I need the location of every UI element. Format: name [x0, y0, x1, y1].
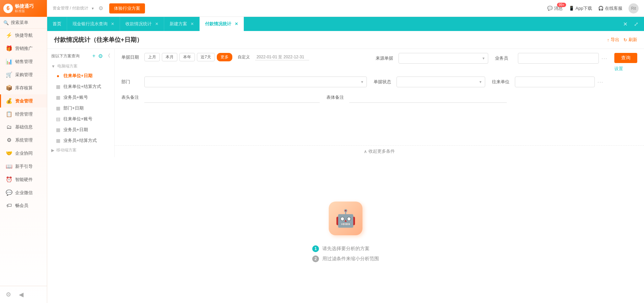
panel-header-label: 按以下方案查询 [51, 53, 80, 59]
app-download-btn[interactable]: 📱 App下载 [569, 5, 592, 11]
footer-settings-btn[interactable]: ⚙ [3, 290, 13, 300]
money-icon: 💰 [6, 98, 12, 104]
tab-expand-btn[interactable]: ⤢ [631, 19, 641, 29]
footer-collapse-btn[interactable]: ◀ [16, 290, 26, 300]
sidebar-item-hardware[interactable]: ⏰ 智能硬件 [0, 173, 47, 186]
partner-dots[interactable]: ··· [597, 79, 604, 85]
hint-item-2: 2 用过滤条件来缩小分析范围 [312, 255, 379, 262]
app-label: App下载 [576, 5, 592, 11]
sidebar-item-purchase[interactable]: 🛒 采购管理 [0, 68, 47, 81]
filter-form-wrapper: 单据日期 上月 本月 本年 近7天 更多 自定义 [115, 49, 644, 157]
sidebar-item-label: 采购管理 [15, 72, 33, 78]
message-btn[interactable]: 💬 消息 99+ [547, 5, 563, 11]
filter-date-item: 单据日期 上月 本月 本年 近7天 更多 自定义 [121, 53, 369, 61]
panel-collapse-icon[interactable]: 《 [106, 53, 110, 59]
settings-link[interactable]: 设置 [614, 66, 623, 72]
panel-settings-icon[interactable]: ⚙ [98, 53, 103, 59]
sidebar-item-label: 库存核算 [15, 85, 33, 91]
sidebar-item-wechat[interactable]: 💬 企业微信 [0, 186, 47, 199]
date-btn-last-month[interactable]: 上月 [144, 53, 160, 61]
chart-icon: 📊 [6, 58, 12, 65]
page-title-actions: ↑ 导出 ↻ 刷新 [607, 37, 638, 43]
sidebar-item-finance[interactable]: 💰 资金管理 [0, 94, 47, 108]
salesman-select[interactable] [518, 53, 599, 64]
collapse-bar[interactable]: ∧ 收起更多条件 [115, 145, 644, 157]
panel-item-label: 往来单位+结算方式 [63, 84, 101, 90]
tab-close-icon[interactable]: ✕ [235, 22, 238, 26]
box-icon: 📦 [6, 85, 12, 91]
chevron-up-icon: ∧ [364, 149, 367, 154]
panel-item-label: 业务员+日期 [63, 127, 88, 133]
date-btn-custom[interactable]: 自定义 [234, 53, 253, 61]
online-service-btn[interactable]: 🎧 在线客服 [598, 5, 622, 11]
sidebar-item-marketing[interactable]: 🎁 营销推广 [0, 42, 47, 55]
tab-close-icon[interactable]: ✕ [191, 22, 194, 26]
sidebar-item-member[interactable]: 🏷 畅会员 [0, 199, 47, 212]
salesman-label: 业务员 [495, 55, 515, 61]
panel-section-desktop[interactable]: ▼ 电脑端方案 [47, 62, 114, 70]
empty-hints: 1 请先选择要分析的方案 2 用过滤条件来缩小分析范围 [312, 245, 379, 262]
note-header-input[interactable] [144, 92, 320, 103]
tab-close-icon[interactable]: ✕ [111, 22, 114, 26]
dropdown-icon[interactable]: ▾ [92, 6, 94, 11]
sidebar-footer: ⚙ ◀ [0, 286, 47, 303]
panel-item-dept-date[interactable]: ▦ 部门+日期 [47, 103, 114, 114]
panel-item-salesman-settlement[interactable]: ▦ 业务员+结算方式 [47, 135, 114, 146]
section-label-mobile: 移动端方案 [56, 147, 77, 153]
date-btn-7days[interactable]: 近7天 [197, 53, 215, 61]
avatar[interactable]: Rit [628, 3, 639, 13]
panel-item-partner-settlement[interactable]: ▦ 往来单位+结算方式 [47, 81, 114, 92]
filter-actions: 查询 设置 [614, 53, 637, 72]
sidebar-item-operation[interactable]: 📋 经营管理 [0, 108, 47, 121]
refresh-btn[interactable]: ↻ 刷新 [623, 37, 637, 43]
chevron-down-icon: ▾ [361, 80, 363, 84]
panel-item-salesman-account[interactable]: ▦ 业务员+账号 [47, 92, 114, 103]
header-settings-icon[interactable]: ⚙ [98, 5, 103, 11]
tab-close-all-btn[interactable]: ✕ [620, 19, 630, 29]
sidebar-item-quick-nav[interactable]: ⚡ 快捷导航 [0, 29, 47, 42]
date-range-input[interactable] [255, 54, 309, 60]
query-btn[interactable]: 查询 [614, 53, 637, 63]
salesman-dots[interactable]: ··· [602, 56, 608, 61]
grid-icon: ▦ [55, 95, 61, 100]
tab-bank-flow[interactable]: 现金银行流水查询 ✕ [67, 17, 120, 31]
settings-nav-icon: ⚙ [6, 137, 12, 143]
source-select[interactable]: ▾ [399, 53, 488, 64]
date-btn-more[interactable]: 更多 [217, 53, 232, 61]
logo-title: 畅捷通巧 [15, 3, 34, 9]
panel-section-mobile[interactable]: ▶ 移动端方案 [47, 146, 114, 154]
panel-item-partner-account[interactable]: ▤ 往来单位+账号 [47, 114, 114, 124]
panel-item-label: 业务员+账号 [63, 94, 88, 100]
sidebar-item-basic[interactable]: 🗂 基础信息 [0, 121, 47, 133]
panel-add-icon[interactable]: + [92, 53, 95, 59]
trial-btn[interactable]: 体验行业方案 [109, 3, 145, 13]
panel-item-partner-date[interactable]: ● 往来单位+日期 [47, 70, 114, 81]
sidebar-item-label: 企业协同 [15, 150, 33, 156]
filter-row-2: 部门 ▾ 单据状态 ▾ [121, 77, 637, 87]
tab-new-plan[interactable]: 新建方案 ✕ [164, 17, 200, 31]
empty-icon: 🤖 [325, 198, 366, 239]
tab-receipt-stats[interactable]: 收款情况统计 ✕ [120, 17, 164, 31]
tab-close-icon[interactable]: ✕ [155, 22, 158, 26]
dept-select[interactable]: ▾ [144, 77, 367, 87]
sidebar-item-cooperation[interactable]: 🤝 企业协同 [0, 147, 47, 160]
partner-select[interactable] [515, 77, 595, 87]
filter-partner-item: 往来单位 ··· [492, 77, 604, 87]
panel-item-salesman-date[interactable]: ▦ 业务员+日期 [47, 124, 114, 135]
grid-icon: ▦ [55, 105, 61, 111]
note-body-input[interactable] [349, 92, 507, 103]
sidebar-item-inventory[interactable]: 📦 库存核算 [0, 81, 47, 94]
date-btn-this-year[interactable]: 本年 [179, 53, 195, 61]
sidebar-item-sales[interactable]: 📊 销售管理 [0, 55, 47, 68]
tab-payment-stats[interactable]: 付款情况统计 ✕ [200, 17, 244, 31]
tab-home[interactable]: 首页 [47, 17, 67, 31]
status-select[interactable]: ▾ [397, 77, 485, 87]
export-btn[interactable]: ↑ 导出 [607, 37, 620, 43]
sidebar-item-system[interactable]: ⚙ 系统管理 [0, 133, 47, 147]
clock-icon: ⏰ [6, 176, 12, 183]
search-menu[interactable]: 🔍 搜索菜单 [0, 17, 47, 29]
clipboard-icon: 📋 [6, 111, 12, 117]
tab-label: 收款情况统计 [125, 21, 152, 27]
date-btn-this-month[interactable]: 本月 [162, 53, 177, 61]
sidebar-item-guide[interactable]: 📖 新手引导 [0, 160, 47, 173]
